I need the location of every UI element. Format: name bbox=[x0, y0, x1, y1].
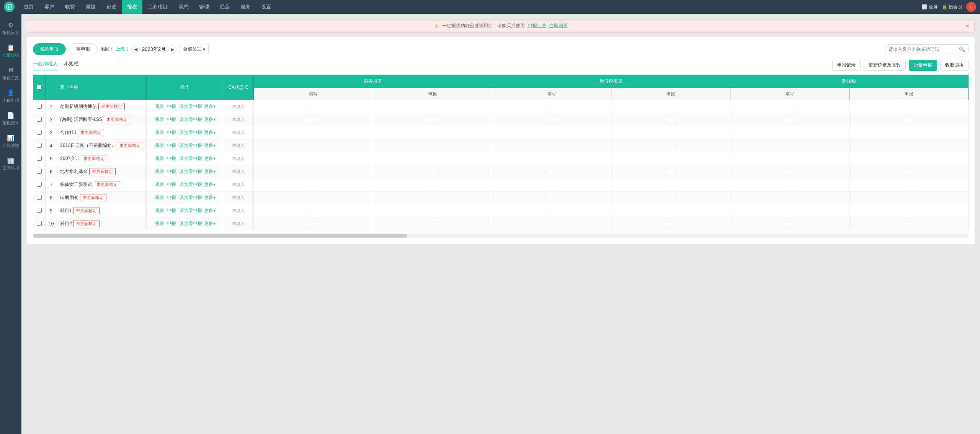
op-set-zero-link[interactable]: 设为零申报 bbox=[179, 221, 202, 226]
sidebar-item-tax-settings[interactable]: ⚙ 报税设置 bbox=[1, 18, 21, 39]
banner-link-1[interactable]: 申报汇签 bbox=[528, 23, 546, 29]
vip-btn[interactable]: 🔒 畅会员 bbox=[942, 4, 962, 10]
staff-filter-select[interactable]: 全部员工 ▾ bbox=[180, 44, 209, 54]
tab-zero-declaration[interactable]: 零申报 bbox=[69, 43, 97, 55]
row-add-report: —— bbox=[849, 152, 968, 165]
sidebar-item-tax-records[interactable]: 📄 报税记录 bbox=[1, 108, 21, 129]
row-checkbox-4[interactable] bbox=[37, 156, 42, 161]
scrollbar-thumb[interactable] bbox=[33, 234, 407, 238]
row-checkbox-1[interactable] bbox=[37, 117, 42, 122]
sidebar-item-annual-calc[interactable]: 📊 汇算清缴 bbox=[1, 131, 21, 152]
tab-small-scale[interactable]: 小规模 bbox=[64, 60, 79, 70]
nav-accounting[interactable]: 记账 bbox=[101, 0, 122, 14]
search-icon[interactable]: 🔍 bbox=[959, 46, 965, 52]
row-index: 3 bbox=[46, 126, 57, 139]
prev-date-btn[interactable]: ◀ bbox=[131, 45, 140, 54]
next-date-btn[interactable]: ▶ bbox=[168, 45, 176, 54]
row-tax-report: —— bbox=[611, 191, 730, 204]
row-checkbox-0[interactable] bbox=[37, 104, 42, 109]
op-more-btn[interactable]: 更多▾ bbox=[204, 117, 216, 122]
collect-receipt-btn[interactable]: 收取回执 bbox=[940, 60, 969, 71]
op-set-zero-link[interactable]: 设为零申报 bbox=[179, 104, 202, 109]
op-declare-link[interactable]: 申报 bbox=[167, 195, 176, 200]
nav-business[interactable]: 工商项目 bbox=[142, 0, 173, 14]
op-tax-form-link[interactable]: 税表 bbox=[155, 117, 164, 122]
op-declare-link[interactable]: 申报 bbox=[167, 208, 176, 213]
nav-management[interactable]: 管理 bbox=[194, 0, 214, 14]
update-data-btn[interactable]: 更新统定及取数 bbox=[864, 60, 906, 71]
row-checkbox-6[interactable] bbox=[37, 182, 42, 187]
declare-records-btn[interactable]: 申报记录 bbox=[832, 60, 861, 71]
op-tax-form-link[interactable]: 税表 bbox=[155, 130, 164, 135]
search-input[interactable] bbox=[889, 47, 957, 52]
horizontal-scrollbar[interactable] bbox=[33, 233, 969, 238]
op-tax-form-link[interactable]: 税表 bbox=[155, 221, 164, 226]
nav-messages[interactable]: 消息 bbox=[173, 0, 194, 14]
fullscreen-btn[interactable]: ⬜ 全屏 bbox=[921, 4, 938, 10]
banner-link-2[interactable]: 立即购买 bbox=[549, 23, 568, 29]
op-set-zero-link[interactable]: 设为零申报 bbox=[179, 169, 202, 174]
nav-operations[interactable]: 经营 bbox=[214, 0, 235, 14]
op-set-zero-link[interactable]: 设为零申报 bbox=[179, 208, 202, 213]
table-row: 2 (勿删) 江西酸宝-LSS 未更新核定 税表 申报 设为零申报 更多▾ 未填… bbox=[33, 113, 969, 126]
op-tax-form-link[interactable]: 税表 bbox=[155, 182, 164, 187]
nav-customer[interactable]: 客户 bbox=[39, 0, 60, 14]
banner-message: 一键报税功能已过试用期，请购买后使用 bbox=[442, 23, 525, 29]
op-declare-link[interactable]: 申报 bbox=[167, 182, 176, 187]
op-more-btn[interactable]: 更多▾ bbox=[204, 182, 216, 187]
row-checkbox-7[interactable] bbox=[37, 195, 42, 200]
op-more-btn[interactable]: 更多▾ bbox=[204, 143, 216, 148]
sidebar-item-tax-overview[interactable]: 🖥 报税总览 bbox=[1, 63, 21, 84]
tab-general-taxpayer[interactable]: 一般纳税人 bbox=[33, 60, 58, 70]
op-tax-form-link[interactable]: 税表 bbox=[155, 208, 164, 213]
op-more-btn[interactable]: 更多▾ bbox=[204, 169, 216, 174]
op-declare-link[interactable]: 申报 bbox=[167, 169, 176, 174]
op-set-zero-link[interactable]: 设为零申报 bbox=[179, 195, 202, 200]
select-all-checkbox[interactable] bbox=[37, 85, 42, 90]
batch-declare-btn[interactable]: 批量申报 bbox=[909, 60, 937, 71]
op-more-btn[interactable]: 更多▾ bbox=[204, 104, 216, 109]
op-set-zero-link[interactable]: 设为零申报 bbox=[179, 143, 202, 148]
op-more-btn[interactable]: 更多▾ bbox=[204, 208, 216, 213]
sidebar-item-annual-report[interactable]: 🏢 工商年报 bbox=[1, 153, 21, 174]
op-declare-link[interactable]: 申报 bbox=[167, 221, 176, 226]
op-declare-link[interactable]: 申报 bbox=[167, 156, 176, 161]
op-set-zero-link[interactable]: 设为零申报 bbox=[179, 182, 202, 187]
tab-tax-declaration[interactable]: 税款申报 bbox=[33, 43, 66, 55]
op-declare-link[interactable]: 申报 bbox=[167, 143, 176, 148]
op-tax-form-link[interactable]: 税表 bbox=[155, 156, 164, 161]
nav-home[interactable]: 首页 bbox=[18, 0, 39, 14]
row-checkbox-9[interactable] bbox=[37, 221, 42, 226]
row-fin-fill: —— bbox=[254, 100, 373, 113]
op-tax-form-link[interactable]: 税表 bbox=[155, 169, 164, 174]
op-declare-link[interactable]: 申报 bbox=[167, 117, 176, 122]
sidebar-item-batch-tax[interactable]: 📋 批量报税 bbox=[1, 40, 21, 61]
op-set-zero-link[interactable]: 设为零申报 bbox=[179, 156, 202, 161]
op-set-zero-link[interactable]: 设为零申报 bbox=[179, 130, 202, 135]
op-more-btn[interactable]: 更多▾ bbox=[204, 195, 216, 200]
row-index: 1 bbox=[46, 100, 57, 113]
op-more-btn[interactable]: 更多▾ bbox=[204, 130, 216, 135]
row-checkbox-3[interactable] bbox=[37, 143, 42, 148]
op-tax-form-link[interactable]: 税表 bbox=[155, 143, 164, 148]
op-declare-link[interactable]: 申报 bbox=[167, 130, 176, 135]
user-avatar[interactable]: U bbox=[966, 2, 976, 12]
sidebar-item-personal-tax[interactable]: 👤 个税申报 bbox=[1, 85, 21, 106]
op-set-zero-link[interactable]: 设为零申报 bbox=[179, 117, 202, 122]
row-checkbox-2[interactable] bbox=[37, 130, 42, 135]
row-checkbox-5[interactable] bbox=[37, 169, 42, 174]
nav-billing[interactable]: 收费 bbox=[60, 0, 80, 14]
op-tax-form-link[interactable]: 税表 bbox=[155, 104, 164, 109]
row-ca-status: 未填入 bbox=[223, 178, 254, 191]
op-tax-form-link[interactable]: 税表 bbox=[155, 195, 164, 200]
nav-settings[interactable]: 设置 bbox=[256, 0, 276, 14]
op-more-btn[interactable]: 更多▾ bbox=[204, 156, 216, 161]
banner-close-btn[interactable]: ✕ bbox=[965, 23, 970, 29]
nav-tax[interactable]: 报税 bbox=[122, 0, 142, 14]
op-more-btn[interactable]: 更多▾ bbox=[204, 221, 216, 226]
nav-invoice[interactable]: 票据 bbox=[80, 0, 101, 14]
row-checkbox-8[interactable] bbox=[37, 208, 42, 213]
op-declare-link[interactable]: 申报 bbox=[167, 104, 176, 109]
nav-service[interactable]: 服务 bbox=[235, 0, 256, 14]
th-ca-status: CA状态 C bbox=[223, 75, 254, 100]
